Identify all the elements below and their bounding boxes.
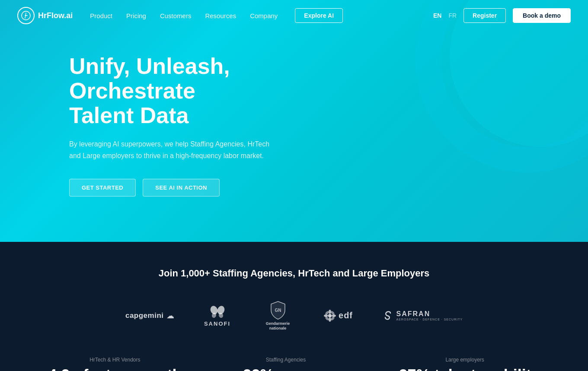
nav-link-customers[interactable]: Customers bbox=[160, 12, 192, 19]
logos-row: capgemini ☁ SANOFI bbox=[17, 301, 571, 331]
register-button[interactable]: Register bbox=[463, 8, 506, 23]
get-started-button[interactable]: GET STARTED bbox=[69, 179, 136, 197]
navbar: HrFlow.ai Product Pricing Customers Reso… bbox=[0, 0, 588, 31]
hero-title: Unify, Unleash, Orchestrate Talent Data bbox=[69, 54, 346, 128]
stat-employers: Large employers +37% talent mobility bbox=[390, 357, 540, 371]
stats-row: HrTech & HR Vendors 4.2× faster growth S… bbox=[17, 357, 571, 371]
logo-gendarmerie: GN Gendarmerie nationale bbox=[261, 301, 295, 331]
explore-ai-button[interactable]: Explore AI bbox=[295, 8, 343, 23]
stat-staffing-value: +22% revenue bbox=[233, 366, 338, 371]
nav-links: Product Pricing Customers Resources Comp… bbox=[90, 12, 278, 19]
logo-sanofi: SANOFI bbox=[200, 304, 235, 327]
stat-hrtech-value: 4.2× faster growth bbox=[48, 366, 182, 371]
lang-en[interactable]: EN bbox=[433, 12, 441, 19]
see-ai-button[interactable]: SEE AI IN ACTION bbox=[143, 179, 220, 197]
nav-link-resources[interactable]: Resources bbox=[205, 12, 236, 19]
nav-right: EN FR Register Book a demo bbox=[433, 8, 571, 23]
logo-text: HrFlow.ai bbox=[38, 11, 73, 20]
stat-hrtech: HrTech & HR Vendors 4.2× faster growth bbox=[48, 357, 182, 371]
nav-link-product[interactable]: Product bbox=[90, 12, 112, 19]
edf-logo-icon bbox=[324, 310, 336, 322]
dark-section: Join 1,000+ Staffing Agencies, HrTech an… bbox=[0, 242, 588, 371]
nav-link-pricing[interactable]: Pricing bbox=[126, 12, 146, 19]
book-demo-button[interactable]: Book a demo bbox=[513, 8, 571, 23]
stat-staffing: Staffing Agencies +22% revenue bbox=[233, 357, 338, 371]
stat-staffing-category: Staffing Agencies bbox=[233, 357, 338, 363]
svg-text:GN: GN bbox=[275, 308, 281, 313]
lang-fr[interactable]: FR bbox=[448, 12, 457, 19]
capgemini-cloud-icon: ☁ bbox=[166, 311, 174, 320]
logo-edf: edf bbox=[321, 310, 356, 322]
hero-subtitle: By leveraging AI superpowers, we help St… bbox=[69, 138, 277, 162]
logo-capgemini: capgemini ☁ bbox=[125, 311, 174, 320]
hero-content: Unify, Unleash, Orchestrate Talent Data … bbox=[69, 54, 346, 197]
svg-point-10 bbox=[329, 317, 331, 322]
join-text: Join 1,000+ Staffing Agencies, HrTech an… bbox=[17, 268, 571, 279]
stat-employers-category: Large employers bbox=[390, 357, 540, 363]
svg-point-8 bbox=[328, 314, 332, 317]
stat-hrtech-category: HrTech & HR Vendors bbox=[48, 357, 182, 363]
logo-icon bbox=[17, 7, 35, 24]
svg-point-12 bbox=[332, 314, 336, 317]
gendarmerie-shield-icon: GN bbox=[270, 301, 286, 320]
nav-link-company[interactable]: Company bbox=[250, 12, 278, 19]
svg-point-9 bbox=[329, 310, 331, 314]
svg-point-11 bbox=[324, 314, 328, 317]
nav-left: HrFlow.ai Product Pricing Customers Reso… bbox=[17, 7, 343, 24]
logo[interactable]: HrFlow.ai bbox=[17, 7, 73, 24]
sanofi-logo-icon bbox=[210, 304, 225, 320]
safran-logo-icon bbox=[382, 310, 394, 322]
hero-buttons: GET STARTED SEE AI IN ACTION bbox=[69, 179, 346, 197]
stat-employers-value: +37% talent mobility bbox=[390, 366, 540, 371]
hero-section: Unify, Unleash, Orchestrate Talent Data … bbox=[0, 0, 588, 242]
logo-safran: SAFRAN AEROSPACE · DEFENCE · SECURITY bbox=[382, 310, 463, 322]
